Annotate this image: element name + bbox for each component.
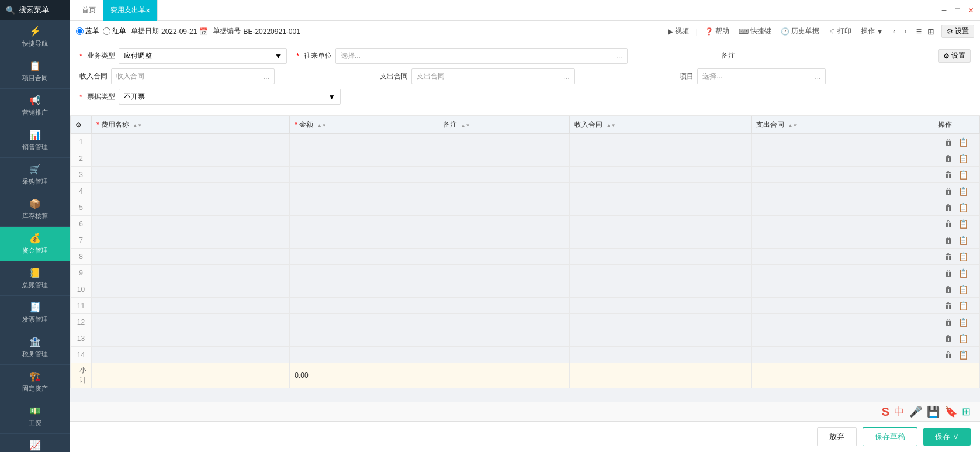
sidebar-item-quick-nav[interactable]: ⚡ 快捷导航 — [0, 20, 70, 54]
row-delete-btn[interactable]: 🗑 — [943, 318, 954, 327]
amount-cell[interactable] — [290, 183, 438, 199]
row-delete-btn[interactable]: 🗑 — [943, 285, 954, 294]
row-copy-btn[interactable]: 📋 — [957, 334, 970, 343]
sidebar-item-project-contract[interactable]: 📋 项目合同 — [0, 54, 70, 89]
row-delete-btn[interactable]: 🗑 — [943, 219, 954, 229]
amount-cell[interactable] — [290, 199, 438, 216]
amount-cell[interactable] — [290, 167, 438, 183]
expense-name-cell[interactable] — [92, 347, 290, 363]
row-delete-btn[interactable]: 🗑 — [943, 236, 954, 245]
amount-cell[interactable] — [290, 150, 438, 167]
remark-cell[interactable] — [438, 199, 570, 216]
history-btn[interactable]: 🕐 历史单据 — [778, 25, 822, 37]
red-bill-radio[interactable]: 红单 — [103, 26, 126, 36]
expense-contract-cell[interactable] — [752, 167, 933, 183]
blue-bill-radio[interactable]: 蓝单 — [76, 26, 99, 36]
remark-cell[interactable] — [438, 249, 570, 265]
expense-name-cell[interactable] — [92, 134, 290, 150]
sidebar-item-invoice[interactable]: 🧾 发票管理 — [0, 296, 70, 330]
expense-name-cell[interactable] — [92, 150, 290, 167]
remark-cell[interactable] — [438, 167, 570, 183]
amount-cell[interactable] — [290, 216, 438, 232]
expense-name-cell[interactable] — [92, 249, 290, 265]
grid-icon[interactable]: ⊞ — [962, 405, 971, 418]
discard-button[interactable]: 放弃 — [817, 427, 857, 446]
row-copy-btn[interactable]: 📋 — [957, 252, 970, 261]
row-copy-btn[interactable]: 📋 — [957, 350, 970, 360]
expense-contract-cell[interactable] — [752, 314, 933, 330]
income-contract-cell[interactable] — [570, 281, 752, 298]
income-contract-cell[interactable] — [570, 298, 752, 314]
sidebar-item-fixed-assets[interactable]: 🏗️ 固定资产 — [0, 365, 70, 399]
sidebar-item-fund[interactable]: 💰 资金管理 — [0, 227, 70, 261]
amount-cell[interactable] — [290, 314, 438, 330]
expense-contract-select[interactable]: 支出合同 ... — [411, 68, 575, 84]
row-copy-btn[interactable]: 📋 — [957, 301, 970, 310]
row-copy-btn[interactable]: 📋 — [957, 236, 970, 245]
sidebar-item-sales[interactable]: 📊 销售管理 — [0, 123, 70, 158]
sidebar-item-accounting[interactable]: 📒 总账管理 — [0, 261, 70, 296]
expense-name-cell[interactable] — [92, 216, 290, 232]
prev-record-btn[interactable]: ‹ — [891, 26, 898, 37]
income-contract-cell[interactable] — [570, 150, 752, 167]
sidebar-item-purchase[interactable]: 🛒 采购管理 — [0, 158, 70, 192]
income-contract-cell[interactable] — [570, 347, 752, 363]
row-delete-btn[interactable]: 🗑 — [943, 350, 954, 360]
expense-contract-cell[interactable] — [752, 330, 933, 347]
help-btn[interactable]: ❓ 帮助 — [702, 25, 732, 37]
calendar-icon[interactable]: 📅 — [199, 27, 208, 36]
row-delete-btn[interactable]: 🗑 — [943, 252, 954, 261]
row-delete-btn[interactable]: 🗑 — [943, 301, 954, 310]
row-delete-btn[interactable]: 🗑 — [943, 137, 954, 147]
row-copy-btn[interactable]: 📋 — [957, 170, 970, 180]
remark-cell[interactable] — [438, 183, 570, 199]
bookmark-icon[interactable]: 🔖 — [944, 405, 957, 418]
row-copy-btn[interactable]: 📋 — [957, 219, 970, 229]
invoice-type-select[interactable]: 不开票 ▼ — [119, 89, 341, 105]
amount-cell[interactable] — [290, 281, 438, 298]
col-gear-header[interactable]: ⚙ — [71, 116, 92, 134]
expense-name-cell[interactable] — [92, 330, 290, 347]
expense-name-cell[interactable] — [92, 281, 290, 298]
income-contract-cell[interactable] — [570, 232, 752, 249]
row-delete-btn[interactable]: 🗑 — [943, 268, 954, 278]
sidebar-item-marketing[interactable]: 📢 营销推广 — [0, 89, 70, 123]
expense-contract-cell[interactable] — [752, 183, 933, 199]
amount-cell[interactable] — [290, 330, 438, 347]
mic-icon[interactable]: 🎤 — [909, 405, 922, 418]
row-delete-btn[interactable]: 🗑 — [943, 334, 954, 343]
expense-contract-cell[interactable] — [752, 199, 933, 216]
income-contract-cell[interactable] — [570, 216, 752, 232]
save-icon[interactable]: 💾 — [927, 405, 940, 418]
income-contract-cell[interactable] — [570, 265, 752, 281]
expense-contract-cell[interactable] — [752, 298, 933, 314]
row-copy-btn[interactable]: 📋 — [957, 137, 970, 147]
amount-cell[interactable] — [290, 134, 438, 150]
next-record-btn[interactable]: › — [902, 26, 909, 37]
income-contract-cell[interactable] — [570, 314, 752, 330]
amount-cell[interactable] — [290, 249, 438, 265]
sidebar-item-inventory[interactable]: 📦 库存核算 — [0, 192, 70, 227]
tab-expense[interactable]: 费用支出单 × — [103, 0, 158, 21]
expense-contract-cell[interactable] — [752, 281, 933, 298]
amount-cell[interactable] — [290, 232, 438, 249]
expense-contract-cell[interactable] — [752, 134, 933, 150]
expense-contract-cell[interactable] — [752, 265, 933, 281]
zhong-icon[interactable]: 中 — [894, 405, 905, 419]
actions-btn[interactable]: 操作 ▼ — [858, 25, 886, 37]
row-copy-btn[interactable]: 📋 — [957, 318, 970, 327]
income-contract-cell[interactable] — [570, 199, 752, 216]
project-select[interactable]: 选择... ... — [697, 68, 826, 84]
sidebar-item-tax[interactable]: 🏦 税务管理 — [0, 330, 70, 365]
income-contract-cell[interactable] — [570, 167, 752, 183]
expense-contract-cell[interactable] — [752, 347, 933, 363]
expense-contract-cell[interactable] — [752, 150, 933, 167]
amount-cell[interactable] — [290, 265, 438, 281]
save-button[interactable]: 保存 ∨ — [923, 428, 971, 446]
expense-name-cell[interactable] — [92, 232, 290, 249]
sidebar-item-payroll[interactable]: 💵 工资 — [0, 399, 70, 434]
row-delete-btn[interactable]: 🗑 — [943, 170, 954, 180]
sidebar-item-operations[interactable]: 📈 经营管理 — [0, 434, 70, 452]
tab-home[interactable]: 首页 — [75, 0, 103, 21]
tab-close-button[interactable]: × — [146, 6, 150, 15]
